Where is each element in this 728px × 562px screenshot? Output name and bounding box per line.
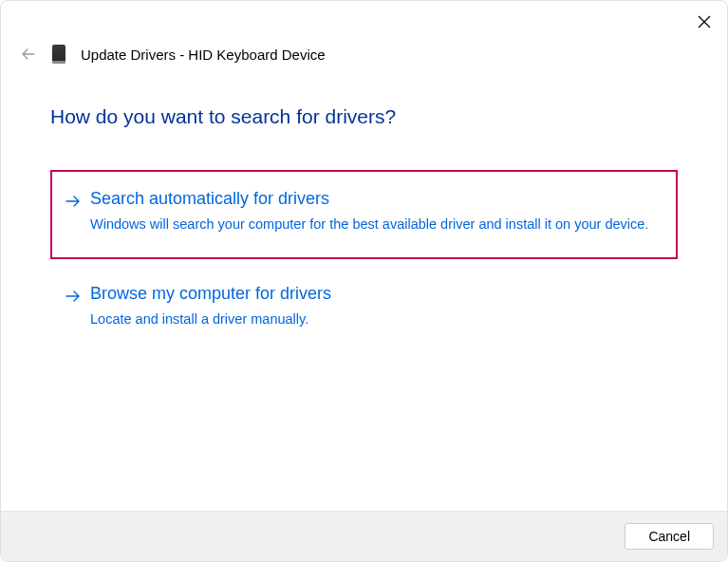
close-icon	[698, 15, 711, 28]
option-text: Browse my computer for drivers Locate an…	[90, 284, 653, 329]
cancel-button[interactable]: Cancel	[625, 523, 714, 550]
question-heading: How do you want to search for drivers?	[50, 105, 678, 128]
option-browse-computer[interactable]: Browse my computer for drivers Locate an…	[50, 282, 678, 347]
header-row: Update Drivers - HID Keyboard Device	[1, 31, 727, 64]
arrow-right-icon	[65, 289, 81, 306]
content-area: How do you want to search for drivers? S…	[1, 64, 727, 347]
option-text: Search automatically for drivers Windows…	[90, 189, 653, 234]
option-title: Search automatically for drivers	[90, 189, 653, 209]
dialog-footer: Cancel	[1, 511, 727, 561]
device-icon	[52, 45, 65, 64]
back-button[interactable]	[22, 47, 37, 63]
arrow-right-icon	[65, 194, 81, 211]
option-description: Windows will search your computer for th…	[90, 215, 653, 234]
back-arrow-icon	[22, 48, 35, 60]
option-title: Browse my computer for drivers	[90, 284, 653, 304]
titlebar	[1, 1, 727, 31]
close-button[interactable]	[695, 12, 714, 31]
dialog-title: Update Drivers - HID Keyboard Device	[81, 47, 326, 63]
option-search-automatically[interactable]: Search automatically for drivers Windows…	[50, 170, 678, 259]
option-description: Locate and install a driver manually.	[90, 309, 653, 329]
